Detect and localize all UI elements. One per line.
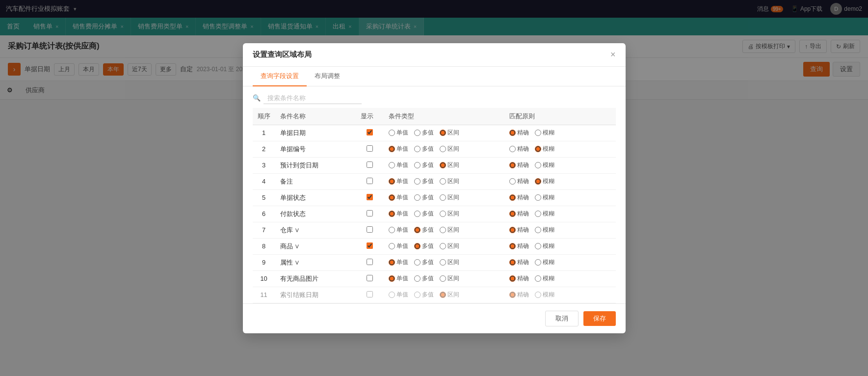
modal-title: 设置查询区域布局 (253, 50, 312, 59)
modal-close-button[interactable]: × (610, 50, 616, 59)
tab-layout-adjust[interactable]: 布局调整 (307, 67, 348, 86)
tab-query-fields[interactable]: 查询字段设置 (253, 67, 307, 86)
modal-tabs: 查询字段设置 布局调整 (243, 67, 626, 86)
modal-overlay: 设置查询区域布局 × 查询字段设置 布局调整 🔍 顺序 条件名称 显示 条件类型 (0, 0, 868, 100)
modal-header: 设置查询区域布局 × (243, 43, 626, 67)
search-input[interactable] (263, 92, 362, 100)
modal-dialog: 设置查询区域布局 × 查询字段设置 布局调整 🔍 顺序 条件名称 显示 条件类型 (243, 43, 626, 100)
search-icon: 🔍 (253, 94, 261, 100)
modal-search-area: 🔍 (243, 86, 626, 100)
